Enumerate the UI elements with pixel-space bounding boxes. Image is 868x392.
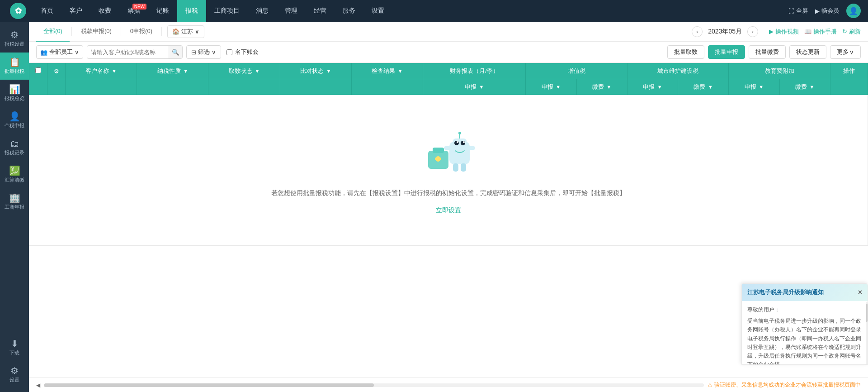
tab-all[interactable]: 全部(0) bbox=[36, 22, 70, 42]
operation-video-link[interactable]: ▶ 操作视频 bbox=[769, 28, 799, 36]
search-button[interactable]: 🔍 bbox=[169, 45, 182, 59]
svg-point-7 bbox=[461, 141, 465, 145]
sidebar-item-tax-records[interactable]: 🗂 报税记录 bbox=[0, 134, 29, 161]
horizontal-scrollbar[interactable] bbox=[44, 383, 704, 387]
nav-invoice[interactable]: 票据 NEW bbox=[119, 0, 148, 22]
edu-pay-filter-icon[interactable]: ▼ bbox=[810, 84, 815, 90]
province-chevron-icon: ∨ bbox=[195, 28, 199, 35]
select-all-checkbox[interactable] bbox=[35, 67, 41, 73]
batch-tax-icon: 📋 bbox=[9, 57, 20, 67]
svg-rect-15 bbox=[461, 163, 466, 172]
operation-manual-link[interactable]: 📖 操作手册 bbox=[804, 28, 837, 36]
batch-pay-button[interactable]: 批量缴费 bbox=[749, 45, 786, 59]
main-layout: ⚙ 报税设置 📋 批量报税 📊 报税总览 👤 个税申报 🗂 报税记录 💹 汇算清… bbox=[0, 22, 868, 392]
nav-fee[interactable]: 收费 bbox=[90, 0, 119, 22]
scroll-left-arrow[interactable]: ◀ bbox=[36, 382, 40, 388]
nav-industrial[interactable]: 工商项目 bbox=[206, 0, 248, 22]
customer-filter-icon[interactable]: ▼ bbox=[112, 68, 117, 74]
check-result-filter-icon[interactable]: ▼ bbox=[398, 68, 403, 74]
nav-home[interactable]: 首页 bbox=[33, 0, 61, 22]
financial-declare-filter-icon[interactable]: ▼ bbox=[479, 84, 484, 90]
notification-popup: 江苏电子税务局升级影响通知 × 尊敬的用户： 受当前电子税务局进一步升级的影响，… bbox=[741, 283, 868, 365]
sidebar-item-batch-tax[interactable]: 📋 批量报税 bbox=[0, 53, 29, 80]
svg-rect-14 bbox=[453, 163, 458, 172]
search-wrapper: 🔍 bbox=[87, 45, 183, 59]
tax-type-filter-icon[interactable]: ▼ bbox=[183, 68, 188, 74]
employee-icon: 👥 bbox=[40, 49, 47, 56]
th-operate: 操作 bbox=[830, 63, 868, 79]
setup-link[interactable]: 立即设置 bbox=[436, 206, 461, 215]
tab-zero-declare-label: 0申报(0) bbox=[130, 27, 152, 35]
th-sub-operate bbox=[830, 79, 868, 95]
sidebar-item-tax-settings[interactable]: ⚙ 报税设置 bbox=[0, 25, 29, 53]
province-selector[interactable]: 🏠 江苏 ∨ bbox=[167, 25, 204, 38]
more-button[interactable]: 更多 ∨ bbox=[830, 45, 861, 59]
sidebar-item-settings[interactable]: ⚙ 设置 bbox=[0, 361, 29, 388]
batch-declare-button[interactable]: 批量申报 bbox=[708, 45, 745, 59]
annual-report-icon: 🏢 bbox=[9, 193, 20, 202]
notification-salute: 尊敬的用户： bbox=[747, 306, 862, 314]
th-sub-name bbox=[66, 79, 137, 95]
tab-bar: 全部(0) 税款申报(0) 0申报(0) 🏠 江苏 ∨ ‹ 2023年05月 › bbox=[29, 22, 868, 42]
fullscreen-btn[interactable]: ⛶ 全屏 bbox=[788, 7, 808, 15]
nav-customer[interactable]: 客户 bbox=[61, 0, 90, 22]
month-display: 2023年05月 bbox=[708, 28, 742, 36]
compare-filter-icon[interactable]: ▼ bbox=[326, 68, 331, 74]
vat-pay-filter-icon[interactable]: ▼ bbox=[607, 84, 612, 90]
th-sub-financial-declare: 申报 ▼ bbox=[423, 79, 526, 95]
batch-fetch-label: 批量取数 bbox=[674, 48, 698, 56]
nav-manage[interactable]: 管理 bbox=[277, 0, 306, 22]
tab-right-controls: ▶ 操作视频 📖 操作手册 ↻ 刷新 bbox=[769, 28, 861, 36]
sidebar-label-tax-records: 报税记录 bbox=[5, 150, 24, 156]
filter-button[interactable]: ⊟ 筛选 ∨ bbox=[186, 45, 221, 59]
month-navigator: ‹ 2023年05月 › bbox=[692, 26, 758, 37]
tab-zero-declare[interactable]: 0申报(0) bbox=[123, 22, 160, 42]
filter-icon: ⊟ bbox=[191, 49, 196, 56]
more-chevron-icon: ∨ bbox=[849, 49, 854, 56]
nav-operate[interactable]: 经营 bbox=[306, 0, 335, 22]
svg-point-11 bbox=[458, 132, 461, 134]
name-accounts-checkbox-label[interactable]: 名下账套 bbox=[226, 48, 259, 56]
th-check-result: 检查结果 ▼ bbox=[351, 63, 423, 79]
sidebar-item-annual-report[interactable]: 🏢 工商年报 bbox=[0, 188, 29, 215]
vip-btn[interactable]: ▶ 畅会员 bbox=[815, 7, 839, 15]
sidebar-item-settlement[interactable]: 💹 汇算清缴 bbox=[0, 161, 29, 188]
vat-declare-filter-icon[interactable]: ▼ bbox=[556, 84, 561, 90]
nav-settings[interactable]: 设置 bbox=[363, 0, 392, 22]
sidebar-item-download[interactable]: ⬇ 下载 bbox=[0, 334, 29, 361]
top-navigation: ✿ 首页 客户 收费 票据 NEW 记账 报税 工商项目 消息 管理 经营 服务… bbox=[0, 0, 868, 22]
notification-close-button[interactable]: × bbox=[858, 289, 862, 296]
th-edu-tax: 教育费附加 bbox=[729, 63, 830, 79]
name-accounts-checkbox[interactable] bbox=[226, 49, 232, 55]
nav-tax[interactable]: 报税 bbox=[177, 0, 206, 22]
status-update-button[interactable]: 状态更新 bbox=[789, 45, 826, 59]
next-month-button[interactable]: › bbox=[747, 26, 758, 37]
batch-fetch-button[interactable]: 批量取数 bbox=[667, 45, 704, 59]
sidebar-item-personal-tax[interactable]: 👤 个税申报 bbox=[0, 107, 29, 134]
notification-scrollbar[interactable] bbox=[866, 302, 868, 364]
city-pay-filter-icon[interactable]: ▼ bbox=[708, 84, 713, 90]
nav-service[interactable]: 服务 bbox=[335, 0, 363, 22]
th-sub-compare bbox=[280, 79, 351, 95]
search-input[interactable] bbox=[87, 47, 169, 57]
user-avatar[interactable]: 👤 bbox=[846, 4, 861, 18]
main-table: ⚙ 客户名称 ▼ 纳税性质 ▼ 取数状态 ▼ bbox=[29, 63, 868, 246]
refresh-link[interactable]: ↻ 刷新 bbox=[842, 28, 861, 36]
edu-declare-filter-icon[interactable]: ▼ bbox=[759, 84, 764, 90]
sidebar-item-tax-overview[interactable]: 📊 报税总览 bbox=[0, 80, 29, 107]
scrollbar-thumb bbox=[44, 383, 374, 387]
svg-point-8 bbox=[457, 141, 458, 143]
vip-icon: ▶ bbox=[815, 8, 820, 14]
th-tax-type: 纳税性质 ▼ bbox=[137, 63, 208, 79]
notification-content: 受当前电子税务局进一步升级的影响，同一个政务网账号（办税人）名下的企业不能再同时… bbox=[747, 317, 862, 364]
nav-bookkeeping[interactable]: 记账 bbox=[148, 0, 177, 22]
empty-text: 若您想使用批量报税功能，请先在【报税设置】中进行报税的初始化设置，完成密码验证和… bbox=[271, 189, 626, 197]
tab-tax-declare[interactable]: 税款申报(0) bbox=[74, 22, 119, 42]
city-declare-filter-icon[interactable]: ▼ bbox=[657, 84, 662, 90]
employee-selector[interactable]: 👥 全部员工 ∨ bbox=[36, 45, 83, 59]
fetch-status-filter-icon[interactable]: ▼ bbox=[255, 68, 259, 74]
logo[interactable]: ✿ bbox=[7, 0, 29, 22]
nav-message[interactable]: 消息 bbox=[248, 0, 277, 22]
sidebar-label-annual-report: 工商年报 bbox=[5, 204, 24, 210]
prev-month-button[interactable]: ‹ bbox=[692, 26, 703, 37]
